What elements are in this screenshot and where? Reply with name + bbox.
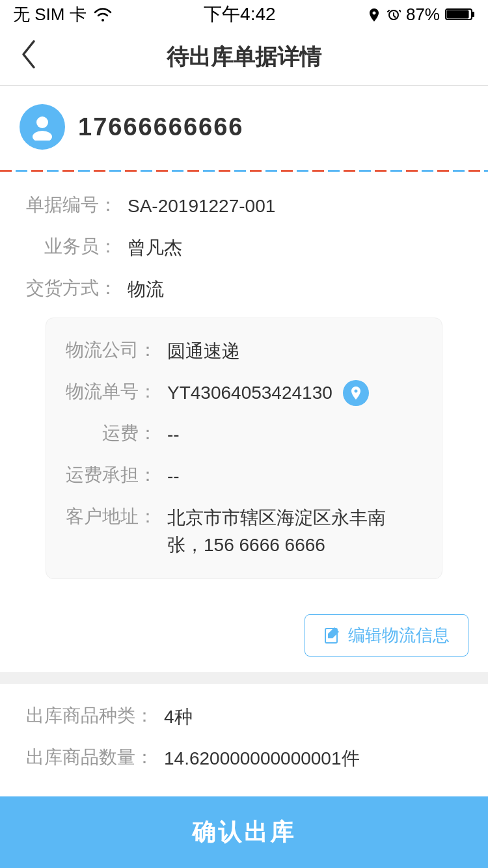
sales-person-row: 业务员： 曾凡杰 bbox=[26, 234, 462, 262]
map-pin-icon bbox=[348, 385, 364, 401]
goods-info: 出库商品种类： 4种 出库商品数量： 14.620000000000001件 bbox=[0, 684, 488, 792]
tracking-no-row: 物流单号： YT43064053424130 bbox=[66, 379, 422, 407]
delivery-method-row: 交货方式： 物流 bbox=[26, 276, 462, 303]
order-info-section: 单据编号： SA-20191227-001 业务员： 曾凡杰 交货方式： 物流 … bbox=[0, 173, 488, 672]
status-right: 87% bbox=[367, 5, 475, 25]
battery-text: 87% bbox=[406, 5, 440, 25]
freight-label: 运费： bbox=[66, 421, 157, 446]
goods-quantity-row: 出库商品数量： 14.620000000000001件 bbox=[26, 745, 462, 772]
logistics-card: 物流公司： 圆通速递 物流单号： YT43064053424130 bbox=[46, 318, 442, 579]
back-button[interactable] bbox=[20, 38, 38, 75]
customer-header: 17666666666 bbox=[0, 86, 488, 168]
confirm-button[interactable]: 确认出库 bbox=[0, 796, 488, 868]
order-info: 单据编号： SA-20191227-001 业务员： 曾凡杰 交货方式： 物流 … bbox=[0, 173, 488, 599]
svg-rect-2 bbox=[472, 12, 474, 17]
location-service-icon bbox=[367, 7, 381, 21]
address-row: 客户地址： 北京市市辖区海淀区永丰南 张，156 6666 6666 bbox=[66, 504, 422, 559]
goods-type-value: 4种 bbox=[154, 703, 462, 731]
wifi-icon bbox=[93, 7, 113, 21]
content: 17666666666 单据编号： SA-20191227-001 业务员： 曾… bbox=[0, 86, 488, 868]
goods-quantity-label: 出库商品数量： bbox=[26, 745, 154, 770]
freight-value: -- bbox=[157, 421, 422, 448]
logistics-company-label: 物流公司： bbox=[66, 338, 157, 362]
freight-bearer-row: 运费承担： -- bbox=[66, 463, 422, 490]
svg-rect-3 bbox=[447, 10, 469, 19]
status-time: 下午4:42 bbox=[204, 2, 276, 27]
goods-quantity-value: 14.620000000000001件 bbox=[154, 745, 462, 772]
address-label: 客户地址： bbox=[66, 504, 157, 529]
battery-icon bbox=[445, 7, 475, 21]
carrier-text: 无 SIM 卡 bbox=[13, 3, 87, 26]
freight-row: 运费： -- bbox=[66, 421, 422, 448]
sales-person-label: 业务员： bbox=[26, 234, 117, 259]
delivery-method-value: 物流 bbox=[117, 276, 462, 303]
customer-phone: 17666666666 bbox=[78, 113, 243, 141]
dashed-divider bbox=[0, 168, 488, 173]
order-no-label: 单据编号： bbox=[26, 193, 117, 217]
tracking-location-button[interactable] bbox=[343, 380, 369, 406]
goods-type-label: 出库商品种类： bbox=[26, 703, 154, 728]
freight-bearer-label: 运费承担： bbox=[66, 463, 157, 487]
avatar bbox=[20, 104, 65, 150]
status-left: 无 SIM 卡 bbox=[13, 3, 113, 26]
page-title: 待出库单据详情 bbox=[167, 42, 321, 72]
logistics-company-row: 物流公司： 圆通速递 bbox=[66, 338, 422, 365]
tracking-no-label: 物流单号： bbox=[66, 379, 157, 404]
order-no-value: SA-20191227-001 bbox=[117, 193, 462, 220]
svg-point-5 bbox=[33, 131, 52, 141]
address-value: 北京市市辖区海淀区永丰南 张，156 6666 6666 bbox=[157, 504, 422, 559]
order-no-row: 单据编号： SA-20191227-001 bbox=[26, 193, 462, 220]
sales-person-value: 曾凡杰 bbox=[117, 234, 462, 262]
tracking-no-value: YT43064053424130 bbox=[157, 379, 422, 407]
goods-type-row: 出库商品种类： 4种 bbox=[26, 703, 462, 731]
confirm-btn-text: 确认出库 bbox=[192, 817, 296, 848]
delivery-method-label: 交货方式： bbox=[26, 276, 117, 301]
status-bar: 无 SIM 卡 下午4:42 87% bbox=[0, 0, 488, 29]
freight-bearer-value: -- bbox=[157, 463, 422, 490]
edit-logistics-button[interactable]: 编辑物流信息 bbox=[305, 614, 468, 657]
alarm-icon bbox=[386, 7, 401, 21]
edit-icon bbox=[323, 627, 342, 645]
nav-bar: 待出库单据详情 bbox=[0, 29, 488, 86]
edit-btn-row: 编辑物流信息 bbox=[0, 599, 488, 672]
person-icon bbox=[29, 113, 56, 141]
logistics-company-value: 圆通速递 bbox=[157, 338, 422, 365]
section-divider bbox=[0, 672, 488, 684]
svg-point-4 bbox=[36, 116, 48, 128]
